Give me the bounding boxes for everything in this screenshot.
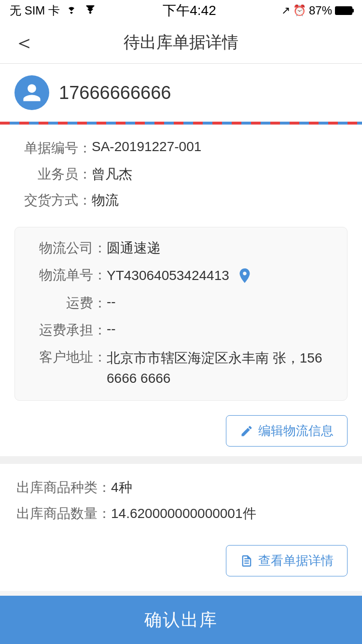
freight-row: 运费： -- (29, 294, 333, 312)
logistics-company-row: 物流公司： 圆通速递 (29, 239, 333, 257)
battery-icon (335, 6, 352, 15)
address-row: 客户地址： 北京市市辖区海淀区永丰南 张，156 6666 6666 (29, 348, 333, 389)
freight-bearer-label: 运费承担： (29, 321, 107, 339)
customer-header: 17666666666 (0, 64, 362, 122)
avatar (14, 75, 49, 110)
status-bar: 无 SIM 卡 下午4:42 ↗ ⏰ 87% (0, 0, 362, 21)
address-value: 北京市市辖区海淀区永丰南 张，156 6666 6666 (107, 348, 333, 389)
wifi-icon (64, 5, 79, 16)
address-label: 客户地址： (29, 348, 107, 366)
stock-quantity-label: 出库商品数量： (14, 504, 111, 523)
logistics-tracking-value: YT43064053424413 (107, 266, 333, 285)
freight-value: -- (107, 294, 333, 309)
back-button[interactable]: ＜ (14, 32, 35, 53)
delivery-row: 交货方式： 物流 (14, 191, 348, 210)
edit-btn-wrap: 编辑物流信息 (0, 410, 362, 456)
sales-rep-label: 业务员： (14, 165, 92, 183)
sales-rep-row: 业务员： 曾凡杰 (14, 165, 348, 183)
doc-number-label: 单据编号： (14, 139, 92, 157)
stock-types-row: 出库商品种类： 4种 (14, 478, 348, 497)
confirm-btn-wrap[interactable]: 确认出库 (0, 596, 362, 644)
wifi-signal-icon (83, 5, 97, 16)
tracking-location-icon[interactable] (235, 266, 254, 285)
logistics-tracking-row: 物流单号： YT43064053424413 (29, 266, 333, 285)
freight-bearer-value: -- (107, 321, 333, 336)
status-left: 无 SIM 卡 (10, 3, 97, 18)
delivery-value: 物流 (92, 191, 348, 210)
main-content: 17666666666 单据编号： SA-20191227-001 业务员： 曾… (0, 64, 362, 456)
edit-icon (240, 424, 253, 438)
delivery-label: 交货方式： (14, 191, 92, 210)
logistics-company-value: 圆通速递 (107, 239, 333, 257)
nav-bar: ＜ 待出库单据详情 (0, 21, 362, 64)
stock-types-value: 4种 (111, 478, 348, 497)
order-info-section: 单据编号： SA-20191227-001 业务员： 曾凡杰 交货方式： 物流 (0, 125, 362, 227)
customer-phone: 17666666666 (59, 83, 171, 103)
freight-bearer-row: 运费承担： -- (29, 321, 333, 339)
status-time: 下午4:42 (163, 1, 216, 20)
logistics-card: 物流公司： 圆通速递 物流单号： YT43064053424413 运费： --… (14, 227, 348, 401)
section-divider-1 (0, 456, 362, 464)
user-icon (21, 82, 42, 103)
battery-percent: 87% (309, 4, 332, 17)
stock-quantity-value: 14.620000000000001件 (111, 504, 348, 523)
logistics-company-label: 物流公司： (29, 239, 107, 257)
confirm-button[interactable]: 确认出库 (144, 608, 218, 632)
map-pin-icon (236, 267, 253, 284)
detail-btn-wrap: 查看单据详情 (0, 540, 362, 591)
sales-rep-value: 曾凡杰 (92, 165, 348, 183)
doc-number-value: SA-20191227-001 (92, 139, 348, 154)
stock-quantity-row: 出库商品数量： 14.620000000000001件 (14, 504, 348, 523)
stock-types-label: 出库商品种类： (14, 478, 111, 497)
status-right: ↗ ⏰ 87% (281, 4, 352, 17)
carrier-label: 无 SIM 卡 (10, 3, 60, 18)
freight-label: 运费： (29, 294, 107, 312)
doc-number-row: 单据编号： SA-20191227-001 (14, 139, 348, 157)
edit-logistics-button[interactable]: 编辑物流信息 (226, 415, 348, 447)
page-title: 待出库单据详情 (124, 31, 238, 54)
stock-info-section: 出库商品种类： 4种 出库商品数量： 14.620000000000001件 (0, 464, 362, 540)
alarm-icon: ⏰ (293, 4, 306, 17)
logistics-tracking-label: 物流单号： (29, 266, 107, 284)
view-detail-button[interactable]: 查看单据详情 (226, 545, 348, 576)
document-icon (240, 554, 253, 568)
location-arrow-icon: ↗ (281, 4, 290, 17)
